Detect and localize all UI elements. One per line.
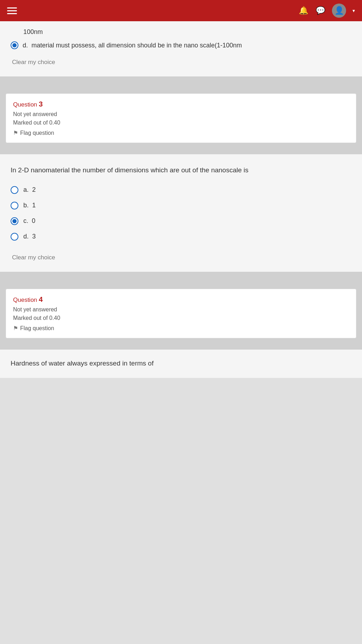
question4-label-text: Question [13, 297, 37, 303]
question3-clear-choice-link[interactable]: Clear my choice [12, 254, 55, 261]
previous-question-answer-section: 100nm d. material must possess, all dime… [0, 21, 362, 76]
question3-info-card: Question 3 Not yet answered Marked out o… [6, 93, 356, 143]
gap-4 [0, 344, 362, 350]
question3-radio-d[interactable] [11, 233, 18, 241]
chat-icon[interactable]: 💬 [315, 5, 326, 16]
top-bar: 🔔 💬 👤 ▾ [0, 0, 362, 21]
hamburger-line-3 [7, 13, 17, 14]
question4-info-card: Question 4 Not yet answered Marked out o… [6, 289, 356, 338]
question4-text: Hardness of water always expressed in te… [11, 358, 351, 369]
question3-flag[interactable]: ⚑ Flag question [13, 130, 349, 136]
avatar-dropdown-arrow[interactable]: ▾ [352, 8, 355, 13]
question3-number: 3 [39, 100, 43, 108]
question4-body: Hardness of water always expressed in te… [0, 350, 362, 378]
question3-marks: Marked out of 0.40 [13, 120, 349, 126]
avatar[interactable]: 👤 [332, 4, 346, 18]
main-content: 100nm d. material must possess, all dime… [0, 21, 362, 378]
question3-text: In 2-D nanomaterial the number of dimens… [11, 165, 351, 176]
prev-radio-d[interactable] [11, 41, 18, 49]
question3-option-b-label: b. 1 [23, 202, 36, 209]
question3-option-d-label: d. 3 [23, 233, 36, 240]
question3-radio-c-fill [12, 219, 17, 223]
question3-body: In 2-D nanomaterial the number of dimens… [0, 154, 362, 272]
question3-radio-a[interactable] [11, 186, 18, 194]
question3-option-a[interactable]: a. 2 [11, 185, 351, 194]
prev-option-d-letter: d. [23, 42, 28, 49]
question4-flag-label: Flag question [20, 325, 54, 332]
question3-label: Question 3 [13, 100, 349, 108]
question4-status: Not yet answered [13, 306, 349, 313]
question3-option-c-label: c. 0 [23, 217, 35, 225]
hamburger-line-2 [7, 10, 17, 11]
question3-status: Not yet answered [13, 111, 349, 117]
question3-options-list: a. 2 b. 1 c. 0 d. 3 [11, 185, 351, 241]
question4-label: Question 4 [13, 295, 349, 304]
question3-option-a-label: a. 2 [23, 186, 36, 194]
hamburger-menu[interactable] [7, 7, 17, 14]
hamburger-line-1 [7, 7, 17, 8]
prev-option-d[interactable]: d. material must possess, all dimension … [11, 41, 351, 50]
question4-flag[interactable]: ⚑ Flag question [13, 325, 349, 332]
prev-clear-choice-link[interactable]: Clear my choice [12, 59, 55, 66]
prev-option-d-label: d. material must possess, all dimension … [23, 41, 351, 50]
flag-icon: ⚑ [13, 130, 18, 136]
question4-marks: Marked out of 0.40 [13, 315, 349, 321]
prev-option-text-partial: 100nm [23, 28, 351, 36]
prev-radio-d-fill [12, 43, 17, 47]
question3-flag-label: Flag question [20, 130, 54, 136]
top-bar-actions: 🔔 💬 👤 ▾ [298, 4, 355, 18]
question3-option-d[interactable]: d. 3 [11, 232, 351, 241]
question3-option-b[interactable]: b. 1 [11, 201, 351, 209]
question3-radio-c[interactable] [11, 217, 18, 225]
question3-radio-b[interactable] [11, 202, 18, 209]
notification-icon[interactable]: 🔔 [298, 5, 309, 16]
prev-option-d-text: material must possess, all dimension sho… [31, 42, 242, 49]
question4-flag-icon: ⚑ [13, 325, 18, 332]
question4-number: 4 [39, 295, 43, 303]
gap-2 [0, 149, 362, 154]
question3-label-text: Question [13, 101, 37, 108]
gap-1 [0, 82, 362, 88]
question3-option-c[interactable]: c. 0 [11, 217, 351, 225]
gap-3 [0, 277, 362, 283]
